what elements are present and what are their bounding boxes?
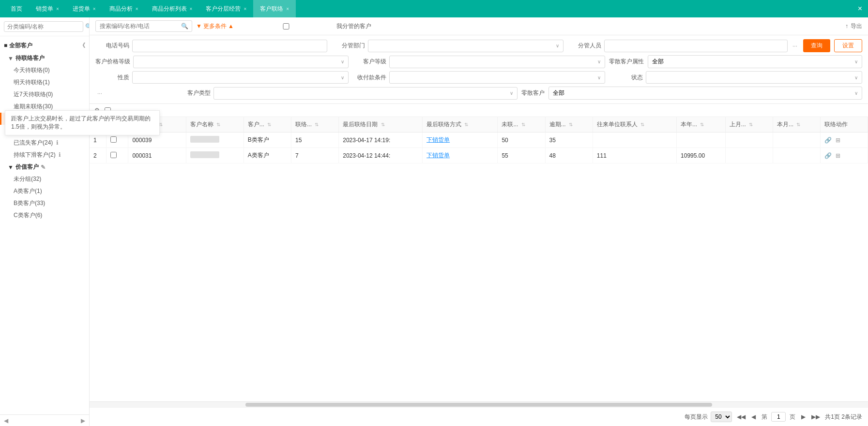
sort-icon-contact[interactable]: ⇅ bbox=[315, 122, 319, 127]
collapse-icon[interactable]: 《 bbox=[79, 42, 85, 50]
nature-arrow: ∨ bbox=[341, 75, 344, 80]
my-customers-checkbox[interactable]: 我分管的客户 bbox=[238, 22, 371, 30]
sort-icon-overdue[interactable]: ⇅ bbox=[569, 122, 573, 127]
sidebar-search-input[interactable] bbox=[4, 21, 83, 32]
nature-select[interactable]: ∨ bbox=[132, 71, 349, 84]
sidebar-item-tomorrow[interactable]: 明天待联络(1) bbox=[0, 76, 89, 88]
status-select[interactable]: ∨ bbox=[646, 71, 862, 84]
nav-item-customer-segment[interactable]: 客户分层经营 × bbox=[199, 0, 253, 17]
sort-icon-name[interactable]: ⇅ bbox=[216, 122, 220, 127]
table-scroll-wrap[interactable]: 客户编码 ⇅ 客户名称 ⇅ 客户... ⇅ bbox=[90, 117, 868, 401]
price-level-label: 客户价格等级 bbox=[95, 58, 130, 66]
sidebar-item-lost[interactable]: 已流失客户(24) ℹ bbox=[0, 137, 89, 149]
sort-icon-last-way[interactable]: ⇅ bbox=[464, 122, 468, 127]
sort-icon-uncontact[interactable]: ⇅ bbox=[521, 122, 525, 127]
per-page-select[interactable]: 50 bbox=[711, 411, 732, 422]
nav-item-sales[interactable]: 销货单 × bbox=[29, 0, 66, 17]
row2-grid-icon[interactable]: ⊞ bbox=[836, 152, 840, 159]
nav-label-sales: 销货单 bbox=[36, 5, 53, 13]
row2-check[interactable] bbox=[107, 148, 128, 163]
last-page-btn[interactable]: ▶▶ bbox=[809, 412, 822, 421]
sidebar-scroll-left[interactable]: ◀ bbox=[4, 417, 8, 424]
price-level-select[interactable]: ∨ bbox=[133, 56, 349, 68]
customer-level-select[interactable]: ∨ bbox=[389, 56, 606, 68]
prev-page-btn[interactable]: ◀ bbox=[749, 412, 758, 421]
payment-label: 收付款条件 bbox=[352, 73, 386, 82]
query-button[interactable]: 查询 bbox=[803, 39, 830, 52]
phone-input[interactable] bbox=[132, 40, 327, 52]
retail-attr-label: 零散客户属性 bbox=[609, 58, 644, 66]
horizontal-scrollbar[interactable] bbox=[90, 401, 868, 407]
nav-item-analysis[interactable]: 商品分析 × bbox=[103, 0, 145, 17]
close-icon-analysis-list[interactable]: × bbox=[190, 6, 193, 12]
sidebar-item-b-class[interactable]: B类客户(33) bbox=[0, 197, 89, 209]
close-all-button[interactable]: × bbox=[858, 4, 862, 13]
nav-item-customer-contact[interactable]: 客户联络 × bbox=[253, 0, 296, 17]
close-icon-sales[interactable]: × bbox=[56, 6, 59, 12]
close-icon-purchase[interactable]: × bbox=[93, 6, 96, 12]
row1-grid-icon[interactable]: ⊞ bbox=[836, 137, 840, 144]
retail-customer-arrow: ∨ bbox=[854, 90, 858, 96]
page-input[interactable] bbox=[771, 412, 786, 422]
page-label-text: 第 bbox=[760, 412, 769, 422]
sidebar-item-a-class[interactable]: A类客户(1) bbox=[0, 185, 89, 197]
page-nav: ◀◀ ◀ 第 页 ▶ ▶▶ bbox=[735, 412, 822, 422]
phone-label: 电话号码 bbox=[95, 42, 129, 50]
field-price-level: 客户价格等级 ∨ bbox=[95, 56, 349, 68]
customer-type-select[interactable]: ∨ bbox=[213, 87, 518, 100]
first-page-btn[interactable]: ◀◀ bbox=[735, 412, 747, 421]
sort-icon-last-month[interactable]: ⇅ bbox=[749, 122, 753, 127]
scrollbar-thumb[interactable] bbox=[245, 403, 713, 407]
retail-customer-select[interactable]: 全部 ∨ bbox=[548, 87, 862, 100]
search-input[interactable] bbox=[95, 20, 192, 32]
next-page-btn[interactable]: ▶ bbox=[799, 412, 807, 421]
more-filters-button[interactable]: ▼ 更多条件 ▲ bbox=[196, 22, 234, 30]
row2-last-way-link[interactable]: 下销货单 bbox=[426, 152, 450, 159]
row4-dots[interactable]: ··· bbox=[95, 90, 104, 97]
row1-last-way-link[interactable]: 下销货单 bbox=[426, 136, 450, 143]
row1-action-icons: 🔗 ⊞ bbox=[824, 137, 864, 144]
sidebar-item-declining[interactable]: 持续下滑客户(2) ℹ bbox=[0, 149, 89, 161]
sidebar-item-c-class[interactable]: C类客户(6) bbox=[0, 209, 89, 221]
nav-item-home[interactable]: 首页 bbox=[4, 0, 29, 17]
filter-search-icon[interactable]: 🔍 bbox=[181, 23, 188, 29]
sidebar-item-ungroup[interactable]: 未分组(32) bbox=[0, 173, 89, 185]
sidebar-scroll-right[interactable]: ▶ bbox=[81, 417, 85, 424]
sidebar-search-icon[interactable]: 🔍 bbox=[85, 23, 90, 30]
sort-icon-last-date[interactable]: ⇅ bbox=[381, 122, 385, 127]
sort-icon-type[interactable]: ⇅ bbox=[267, 122, 271, 127]
nav-item-purchase[interactable]: 进货单 × bbox=[66, 0, 103, 17]
all-customers-header[interactable]: ■ 全部客户 《 bbox=[0, 39, 89, 52]
sidebar-item-today[interactable]: 今天待联络(0) bbox=[0, 64, 89, 76]
sidebar-item-7days[interactable]: 近7天待联络(0) bbox=[0, 88, 89, 101]
export-button[interactable]: ↑ 导出 bbox=[845, 22, 862, 30]
setting-button[interactable]: 设置 bbox=[834, 39, 862, 52]
sort-icon-this-month[interactable]: ⇅ bbox=[796, 122, 800, 127]
row1-link-icon[interactable]: 🔗 bbox=[824, 137, 832, 144]
nav-item-analysis-list[interactable]: 商品分析列表 × bbox=[145, 0, 199, 17]
sort-icon-this-year[interactable]: ⇅ bbox=[700, 122, 704, 127]
close-icon-customer-contact[interactable]: × bbox=[286, 6, 289, 12]
dept-select[interactable]: ∨ bbox=[368, 40, 563, 52]
row2-link-icon[interactable]: 🔗 bbox=[824, 152, 832, 159]
row2-last-way: 下销货单 bbox=[423, 148, 498, 163]
customer-level-arrow: ∨ bbox=[597, 59, 601, 64]
value-customer-group[interactable]: ▼ 价值客户 ✎ bbox=[0, 161, 89, 173]
pending-contact-group[interactable]: ▼ 待联络客户 bbox=[0, 52, 89, 64]
filter-row-4: ··· 客户类型 ∨ 零散客户 全部 ∨ bbox=[95, 87, 862, 100]
edit-icon-value-group[interactable]: ✎ bbox=[41, 164, 46, 171]
manager-input[interactable] bbox=[604, 40, 788, 52]
sort-icon-partner[interactable]: ⇅ bbox=[640, 122, 644, 127]
close-icon-customer-segment[interactable]: × bbox=[244, 6, 246, 12]
dept-label: 分管部门 bbox=[331, 42, 365, 50]
my-customers-check[interactable] bbox=[238, 23, 335, 29]
close-icon-analysis[interactable]: × bbox=[136, 6, 138, 12]
manager-dots[interactable]: ··· bbox=[791, 43, 799, 49]
table-row: 1 000039 B类客户 15 2023-04-17 14:19: 下销货单 … bbox=[90, 132, 868, 148]
top-navigation: 首页 销货单 × 进货单 × 商品分析 × 商品分析列表 × 客户分层经营 × … bbox=[0, 0, 868, 17]
retail-attr-select[interactable]: 全部 ∨ bbox=[648, 55, 862, 68]
pending-contact-label: 待联络客户 bbox=[15, 54, 45, 62]
field-dots: ··· bbox=[95, 90, 173, 97]
payment-select[interactable]: ∨ bbox=[389, 71, 606, 84]
col-uncontact: 未联... ⇅ bbox=[498, 117, 545, 132]
